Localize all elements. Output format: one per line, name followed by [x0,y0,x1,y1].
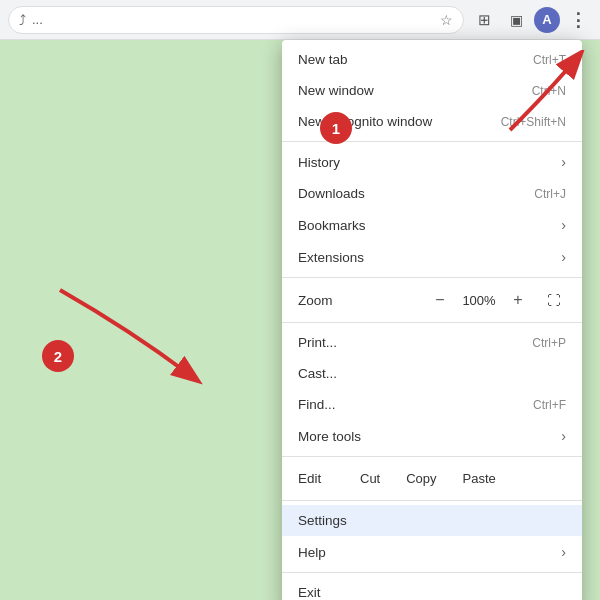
zoom-controls: − 100% + ⛶ [428,288,566,312]
bookmark-icon: ☆ [440,12,453,28]
menu-item-exit-label: Exit [298,585,321,600]
help-arrow-icon: › [561,544,566,560]
menu-item-new-window[interactable]: New window Ctrl+N [282,75,582,106]
menu-item-cast-label: Cast... [298,366,337,381]
copy-button[interactable]: Copy [394,467,448,490]
zoom-out-button[interactable]: − [428,288,452,312]
extensions-icon[interactable]: ⊞ [470,6,498,34]
menu-item-help-label: Help [298,545,326,560]
menu-item-new-tab-label: New tab [298,52,348,67]
menu-item-extensions[interactable]: Extensions › [282,241,582,273]
menu-item-downloads-label: Downloads [298,186,365,201]
edit-actions: Cut Copy Paste [348,467,508,490]
divider-4 [282,456,582,457]
menu-item-settings-label: Settings [298,513,347,528]
cut-button[interactable]: Cut [348,467,392,490]
menu-item-find-shortcut: Ctrl+F [533,398,566,412]
menu-item-new-window-shortcut: Ctrl+N [532,84,566,98]
address-bar[interactable]: ⤴ ... ☆ [8,6,464,34]
menu-item-more-tools-label: More tools [298,429,361,444]
menu-item-more-tools[interactable]: More tools › [282,420,582,452]
page-content: 1 2 New tab Ctrl+T New window Ctrl+N [0,40,600,548]
profile-avatar[interactable]: A [534,7,560,33]
extensions-arrow-icon: › [561,249,566,265]
edit-row: Edit Cut Copy Paste [282,461,582,496]
menu-item-bookmarks-label: Bookmarks [298,218,366,233]
menu-item-incognito-label: New Incognito window [298,114,432,129]
paste-button[interactable]: Paste [451,467,508,490]
split-view-icon[interactable]: ▣ [502,6,530,34]
history-arrow-icon: › [561,154,566,170]
menu-item-new-tab-shortcut: Ctrl+T [533,53,566,67]
arrow-2 [30,270,210,390]
divider-6 [282,572,582,573]
menu-item-help[interactable]: Help › [282,536,582,568]
zoom-value: 100% [460,293,498,308]
menu-item-print[interactable]: Print... Ctrl+P [282,327,582,358]
menu-item-find[interactable]: Find... Ctrl+F [282,389,582,420]
menu-item-cast[interactable]: Cast... [282,358,582,389]
zoom-row: Zoom − 100% + ⛶ [282,282,582,318]
divider-2 [282,277,582,278]
browser-toolbar: ⤴ ... ☆ ⊞ ▣ A ⋮ [0,0,600,40]
menu-item-history-label: History [298,155,340,170]
menu-item-print-shortcut: Ctrl+P [532,336,566,350]
zoom-in-button[interactable]: + [506,288,530,312]
menu-item-extensions-label: Extensions [298,250,364,265]
menu-item-settings[interactable]: Settings [282,505,582,536]
annotation-badge-2: 2 [42,340,74,372]
annotation-badge-1: 1 [320,112,352,144]
more-menu-icon[interactable]: ⋮ [564,6,592,34]
menu-item-incognito-shortcut: Ctrl+Shift+N [501,115,566,129]
edit-label: Edit [298,471,348,486]
menu-item-exit[interactable]: Exit [282,577,582,600]
zoom-label: Zoom [298,293,428,308]
more-tools-arrow-icon: › [561,428,566,444]
menu-item-downloads[interactable]: Downloads Ctrl+J [282,178,582,209]
share-icon: ⤴ [19,12,26,28]
zoom-fullscreen-button[interactable]: ⛶ [542,288,566,312]
menu-item-bookmarks[interactable]: Bookmarks › [282,209,582,241]
menu-item-new-window-label: New window [298,83,374,98]
menu-item-new-tab[interactable]: New tab Ctrl+T [282,44,582,75]
address-text: ... [32,12,43,27]
menu-item-downloads-shortcut: Ctrl+J [534,187,566,201]
menu-item-find-label: Find... [298,397,336,412]
divider-5 [282,500,582,501]
divider-3 [282,322,582,323]
toolbar-icons: ⊞ ▣ A ⋮ [470,6,592,34]
bookmarks-arrow-icon: › [561,217,566,233]
menu-item-print-label: Print... [298,335,337,350]
menu-item-history[interactable]: History › [282,146,582,178]
